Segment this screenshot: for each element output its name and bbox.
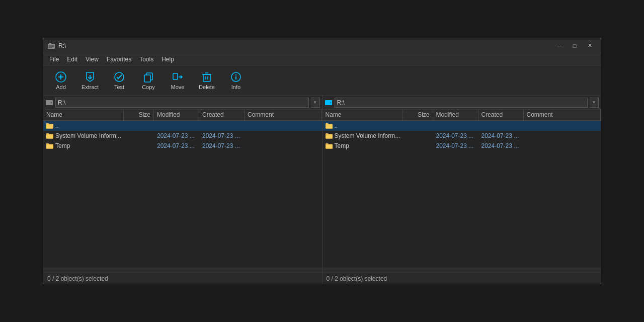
- right-address-dropdown[interactable]: ▼: [590, 98, 599, 108]
- svg-rect-14: [203, 74, 210, 82]
- right-row-system-volume[interactable]: System Volume Inform... 2024-07-23 ... 2…: [323, 131, 601, 141]
- maximize-button[interactable]: □: [568, 41, 582, 51]
- left-scrollbar[interactable]: [43, 268, 322, 273]
- add-icon: [55, 71, 67, 83]
- left-address-pane: ▼: [43, 96, 323, 109]
- svg-rect-12: [173, 73, 178, 79]
- menu-favorites[interactable]: Favorites: [103, 55, 135, 64]
- left-row-system-volume[interactable]: System Volume Inform... 2024-07-23 ... 2…: [43, 131, 322, 141]
- app-icon: [47, 42, 55, 50]
- delete-icon: [201, 71, 213, 83]
- copy-icon: [142, 71, 154, 83]
- move-button[interactable]: Move: [164, 67, 191, 94]
- window-controls: ─ □ ✕: [552, 41, 597, 51]
- window-title: R:\: [58, 42, 552, 49]
- toolbar: Add Extract: [43, 65, 601, 96]
- right-drive-icon: [325, 99, 333, 107]
- content-area: Name Size Modified Created Comment: [43, 110, 601, 273]
- menu-file[interactable]: File: [45, 55, 63, 64]
- svg-rect-2: [49, 45, 54, 46]
- right-col-name[interactable]: Name: [323, 110, 403, 120]
- close-button[interactable]: ✕: [583, 41, 597, 51]
- add-button[interactable]: Add: [47, 67, 74, 94]
- right-address-pane: ▼: [323, 96, 601, 109]
- menu-edit[interactable]: Edit: [63, 55, 82, 64]
- right-col-created[interactable]: Created: [478, 110, 524, 120]
- folder-icon: [46, 143, 53, 149]
- delete-button[interactable]: Delete: [193, 67, 220, 94]
- right-col-modified[interactable]: Modified: [433, 110, 478, 120]
- right-column-headers: Name Size Modified Created Comment: [323, 110, 601, 121]
- svg-point-25: [330, 102, 331, 103]
- folder-icon: [46, 133, 53, 139]
- menu-help[interactable]: Help: [157, 55, 178, 64]
- left-drive-icon: [45, 99, 53, 107]
- svg-rect-3: [49, 46, 54, 47]
- menu-bar: File Edit View Favorites Tools Help: [43, 53, 601, 65]
- svg-rect-4: [49, 47, 52, 48]
- left-file-pane: Name Size Modified Created Comment: [43, 110, 323, 273]
- left-col-comment[interactable]: Comment: [245, 110, 322, 120]
- folder-icon: [326, 133, 333, 139]
- folder-icon: [326, 123, 333, 129]
- move-icon: [172, 71, 184, 83]
- left-column-headers: Name Size Modified Created Comment: [43, 110, 322, 121]
- test-button[interactable]: Test: [106, 67, 133, 94]
- right-row-temp[interactable]: Temp 2024-07-23 ... 2024-07-23 ...: [323, 141, 601, 151]
- left-col-name[interactable]: Name: [43, 110, 124, 120]
- left-file-list[interactable]: ..: [43, 121, 322, 268]
- folder-icon: [46, 123, 53, 129]
- svg-point-23: [51, 102, 52, 103]
- left-row-temp[interactable]: Temp 2024-07-23 ... 2024-07-23 ...: [43, 141, 322, 151]
- right-scrollbar[interactable]: [323, 268, 601, 273]
- left-status: 0 / 2 object(s) selected: [43, 273, 323, 284]
- right-file-list[interactable]: ..: [323, 121, 601, 268]
- extract-button[interactable]: Extract: [76, 67, 104, 94]
- copy-button[interactable]: Copy: [135, 67, 162, 94]
- right-col-comment[interactable]: Comment: [524, 110, 601, 120]
- info-button[interactable]: Info: [222, 67, 250, 94]
- left-row-parent[interactable]: ..: [43, 121, 322, 131]
- address-row: ▼ ▼: [43, 96, 601, 110]
- right-address-input[interactable]: [335, 98, 588, 108]
- test-icon: [113, 71, 125, 83]
- left-col-modified[interactable]: Modified: [154, 110, 199, 120]
- left-col-created[interactable]: Created: [199, 110, 245, 120]
- menu-view[interactable]: View: [82, 55, 103, 64]
- svg-rect-11: [144, 75, 150, 82]
- info-icon: [230, 71, 242, 83]
- left-address-input[interactable]: [55, 98, 309, 108]
- app-window: R:\ ─ □ ✕ File Edit View Favorites Tools…: [43, 38, 601, 284]
- extract-icon: [84, 71, 96, 83]
- status-bar: 0 / 2 object(s) selected 0 / 2 object(s)…: [43, 273, 601, 284]
- title-bar: R:\ ─ □ ✕: [43, 38, 601, 53]
- left-address-dropdown[interactable]: ▼: [311, 98, 320, 108]
- right-col-size[interactable]: Size: [403, 110, 433, 120]
- svg-rect-1: [49, 43, 51, 44]
- right-file-pane: Name Size Modified Created Comment: [323, 110, 601, 273]
- minimize-button[interactable]: ─: [552, 41, 567, 51]
- svg-point-21: [235, 74, 236, 75]
- right-status: 0 / 2 object(s) selected: [323, 273, 601, 284]
- folder-icon: [326, 143, 333, 149]
- left-col-size[interactable]: Size: [124, 110, 154, 120]
- right-row-parent[interactable]: ..: [323, 121, 601, 131]
- menu-tools[interactable]: Tools: [135, 55, 157, 64]
